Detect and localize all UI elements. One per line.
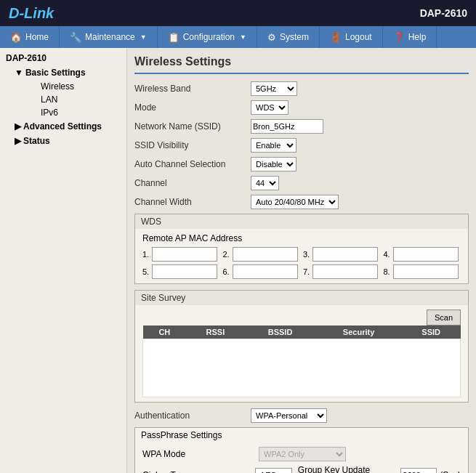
wpa-mode-label: WPA Mode (142, 449, 259, 459)
mac-input-3[interactable] (312, 247, 378, 262)
channel-width-label: Channel Width (134, 197, 251, 207)
nav-home-label: Home (25, 32, 49, 42)
site-survey-table: CH RSSI BSSID Security SSID (142, 326, 461, 397)
mode-control: WDS AP (251, 100, 289, 115)
mac-input-5[interactable] (152, 264, 217, 279)
ssid-visibility-row: SSID Visibility Enable Disable (134, 138, 469, 153)
wds-box: WDS Remote AP MAC Address 1. 2. 3. (134, 214, 469, 284)
ssid-input[interactable] (251, 119, 323, 134)
col-security: Security (315, 326, 402, 339)
mac-row-1: 1. (142, 247, 220, 262)
mac-grid: 1. 2. 3. 4. (142, 247, 461, 279)
mac-num-5: 5. (142, 267, 149, 276)
mac-input-8[interactable] (393, 264, 459, 279)
advanced-settings-label: Advanced Settings (23, 121, 102, 132)
mode-row: Mode WDS AP (134, 100, 469, 115)
mode-select[interactable]: WDS AP (251, 100, 289, 115)
sidebar-lan[interactable]: LAN (20, 93, 126, 106)
page-title: Wireless Settings (134, 55, 469, 74)
lan-label: LAN (41, 94, 57, 105)
ssid-label: Network Name (SSID) (134, 121, 251, 132)
sidebar-advanced-settings[interactable]: ▶ Advanced Settings (9, 119, 126, 134)
nav-system[interactable]: ⚙ System (257, 26, 320, 48)
channel-width-select[interactable]: Auto 20/40/80 MHz 20 MHz 40 MHz 80 MHz (251, 195, 339, 209)
mac-num-4: 4. (384, 250, 390, 259)
nav-system-label: System (280, 32, 309, 42)
nav-maintenance-label: Maintenance (85, 32, 135, 42)
wireless-band-label: Wireless Band (134, 84, 251, 94)
cipher-select[interactable]: AES TKIP (255, 468, 292, 473)
nav-maintenance[interactable]: 🔧 Maintenance ▼ (60, 26, 158, 48)
sidebar-status[interactable]: ▶ Status (9, 134, 126, 148)
mac-row-3: 3. (303, 247, 381, 262)
mac-row-8: 8. (384, 264, 461, 279)
wireless-band-control: 5GHz 2.4GHz (251, 81, 297, 96)
nav-help[interactable]: ❓ Help (383, 26, 437, 48)
passphrase-content: WPA Mode WPA2 Only Cipher Type AES TKIP … (135, 442, 468, 473)
channel-width-control: Auto 20/40/80 MHz 20 MHz 40 MHz 80 MHz (251, 195, 339, 209)
wds-title: WDS (135, 214, 468, 229)
cipher-row: Cipher Type AES TKIP Group Key Update In… (142, 465, 461, 473)
nav-configuration[interactable]: 📋 Configuration ▼ (158, 26, 257, 48)
device-model: DAP-2610 (420, 7, 467, 19)
mac-input-1[interactable] (152, 247, 217, 262)
expand-status-icon: ▶ (15, 136, 21, 146)
cipher-label: Cipher Type (142, 470, 255, 473)
system-icon: ⚙ (267, 32, 276, 43)
site-survey-content: Scan CH RSSI BSSID Security SSID (135, 305, 468, 402)
maintenance-arrow: ▼ (140, 33, 147, 41)
mac-num-6: 6. (223, 267, 230, 276)
auth-row: Authentication WPA-Personal WPA-Enterpri… (134, 408, 469, 423)
navbar: 🏠 Home 🔧 Maintenance ▼ 📋 Configuration ▼… (0, 26, 476, 48)
channel-select[interactable]: 44 36 40 48 (251, 176, 279, 190)
ssid-control (251, 119, 323, 134)
group-key-label: Group Key Update Interval (298, 465, 398, 473)
sidebar-wireless[interactable]: Wireless (20, 80, 126, 93)
col-ssid: SSID (402, 326, 461, 339)
mac-input-2[interactable] (233, 247, 298, 262)
wds-content: Remote AP MAC Address 1. 2. 3. (135, 229, 468, 283)
site-survey-title: Site Survey (135, 291, 468, 305)
auth-control: WPA-Personal WPA-Enterprise Open System (251, 408, 327, 423)
wpa-mode-row: WPA Mode WPA2 Only (142, 447, 461, 461)
ssid-visibility-select[interactable]: Enable Disable (251, 138, 297, 153)
logo-text: D-Link (9, 5, 54, 21)
auto-channel-select[interactable]: Disable Enable (251, 157, 297, 171)
wireless-label: Wireless (41, 81, 74, 92)
nav-config-label: Configuration (183, 32, 235, 42)
config-arrow: ▼ (240, 33, 246, 41)
ipv6-label: IPv6 (41, 108, 58, 118)
sidebar-ipv6[interactable]: IPv6 (20, 106, 126, 119)
mac-num-1: 1. (142, 250, 149, 259)
scan-button[interactable]: Scan (427, 310, 461, 326)
sidebar-device[interactable]: DAP-2610 (0, 51, 126, 65)
mac-num-3: 3. (303, 250, 310, 259)
col-rssi: RSSI (186, 326, 245, 339)
auth-select[interactable]: WPA-Personal WPA-Enterprise Open System (251, 408, 327, 423)
logout-icon: 🚪 (330, 32, 342, 43)
mac-row-5: 5. (142, 264, 220, 279)
expand-icon: ▼ (15, 68, 23, 78)
col-bssid: BSSID (245, 326, 316, 339)
mac-input-4[interactable] (393, 247, 459, 262)
wpa-mode-select[interactable]: WPA2 Only (259, 447, 346, 461)
mac-input-7[interactable] (312, 264, 378, 279)
mac-num-2: 2. (223, 250, 230, 259)
channel-control: 44 36 40 48 (251, 176, 279, 190)
main-layout: DAP-2610 ▼ Basic Settings Wireless LAN I… (0, 48, 476, 473)
nav-logout[interactable]: 🚪 Logout (320, 26, 383, 48)
help-icon: ❓ (393, 32, 405, 43)
logo: D-Link (9, 5, 54, 22)
wireless-band-select[interactable]: 5GHz 2.4GHz (251, 81, 297, 96)
passphrase-title: PassPhrase Settings (135, 428, 468, 442)
sidebar-basic-settings[interactable]: ▼ Basic Settings (9, 65, 126, 80)
mac-input-6[interactable] (233, 264, 298, 279)
remote-ap-label: Remote AP MAC Address (142, 233, 461, 243)
nav-home[interactable]: 🏠 Home (0, 26, 60, 48)
maintenance-icon: 🔧 (70, 32, 81, 43)
group-key-input[interactable] (400, 468, 437, 473)
basic-settings-label: Basic Settings (25, 68, 86, 78)
table-row (143, 339, 461, 397)
ssid-visibility-label: SSID Visibility (134, 140, 251, 150)
channel-width-row: Channel Width Auto 20/40/80 MHz 20 MHz 4… (134, 195, 469, 209)
